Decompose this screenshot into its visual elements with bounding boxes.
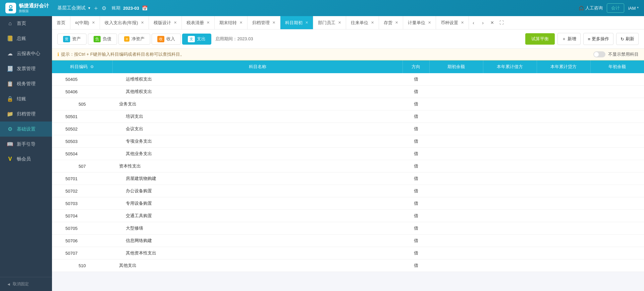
tab-bar: 首页 ¤(中期) ✕ 收入支出表(年报) ✕ 模版设计 ✕ 税表清册 ✕ 期末结… [52, 16, 644, 30]
consult-button[interactable]: 🎧 人工咨询 [579, 5, 603, 11]
tab-period-end[interactable]: 期末结转 ✕ [215, 16, 248, 29]
tab-close-archive[interactable]: ✕ [272, 20, 275, 25]
sidebar-item-archive[interactable]: 📁 归档管理 [0, 106, 52, 122]
cat-tab-expense[interactable]: 支 支出 [182, 34, 211, 45]
cell-code: 507 [52, 160, 112, 173]
tab-annual-report[interactable]: 收入支出表(年报) ✕ [100, 16, 149, 29]
sidebar-item-reports[interactable]: ☁ 云报表中心 [0, 46, 52, 61]
tab-contacts[interactable]: 往来单位 ✕ [346, 16, 379, 29]
cell-year-debit [483, 160, 537, 173]
tab-template[interactable]: 模版设计 ✕ [149, 16, 182, 29]
table-row[interactable]: 510 其他支出 借 [52, 259, 644, 272]
tab-unit[interactable]: 计量单位 ✕ [403, 16, 436, 29]
table-row[interactable]: 50405 运维维权支出 借 [52, 73, 644, 86]
tab-close-currency[interactable]: ✕ [461, 20, 464, 25]
sidebar-item-basic[interactable]: ⚙ 基础设置 [0, 122, 52, 137]
sidebar-item-home[interactable]: ⌂ 首页 [0, 16, 52, 31]
cat-label-asset: 资产 [72, 36, 81, 42]
table-row[interactable]: 50702 办公设备购置 借 [52, 185, 644, 197]
col-header-name: 科目名称 [112, 60, 402, 73]
cell-code: 50501 [52, 110, 112, 123]
sidebar-label-reports: 云报表中心 [17, 51, 40, 57]
table-row[interactable]: 50703 专用设备购置 借 [52, 197, 644, 210]
tab-close-subject[interactable]: ✕ [305, 20, 308, 25]
table-row[interactable]: 50504 其他业务支出 借 [52, 148, 644, 160]
iam-label[interactable]: iAM * [628, 6, 639, 11]
calendar-icon[interactable]: 📅 [142, 5, 148, 11]
tab-archive[interactable]: 归档管理 ✕ [248, 16, 280, 29]
tab-next-button[interactable]: › [478, 16, 488, 29]
cell-year-credit [537, 235, 590, 247]
sidebar-item-close[interactable]: 🔒 结账 [0, 91, 52, 106]
tab-close-annual[interactable]: ✕ [141, 20, 144, 25]
cat-tab-income[interactable]: 收 收入 [152, 34, 181, 45]
table-row[interactable]: 505 业务支出 借 [52, 98, 644, 110]
header-right: 🎧 人工咨询 会计 iAM * [579, 3, 639, 13]
settings-icon[interactable]: ⚙ [102, 5, 106, 11]
table-row[interactable]: 50705 大型修缮 借 [52, 222, 644, 235]
cell-year-debit [483, 148, 537, 160]
more-button[interactable]: ≡ 更多操作 [583, 33, 613, 45]
cancel-pin-button[interactable]: ◄ 取消固定 [0, 277, 52, 291]
toggle-switch-control[interactable] [593, 51, 605, 57]
cell-name: 资本性支出 [112, 160, 402, 173]
table-row[interactable]: 50704 交通工具购置 借 [52, 210, 644, 222]
tab-close-mid[interactable]: ✕ [92, 20, 95, 25]
cell-year-debit [483, 197, 537, 210]
tab-close-inventory[interactable]: ✕ [395, 20, 398, 25]
company-dropdown-icon[interactable]: ▾ [88, 6, 90, 10]
col-settings-icon[interactable]: ⚙ [90, 64, 94, 69]
cat-tab-equity[interactable]: ≡ 净资产 [118, 34, 150, 45]
tab-close-all-button[interactable]: ✕ [488, 16, 497, 29]
tab-mid-period[interactable]: ¤(中期) ✕ [70, 16, 100, 29]
add-workspace-icon[interactable]: ＋ [93, 4, 99, 12]
sidebar-item-ledger[interactable]: 📒 总账 [0, 31, 52, 46]
tab-inventory[interactable]: 存货 ✕ [379, 16, 403, 29]
table-row[interactable]: 50503 专项业务支出 借 [52, 135, 644, 148]
tab-home[interactable]: 首页 [52, 16, 70, 29]
cell-name: 专项业务支出 [112, 135, 402, 148]
tab-close-period-end[interactable]: ✕ [239, 20, 243, 25]
cell-name: 会议支出 [112, 123, 402, 135]
add-button[interactable]: ＋ 新增 [557, 33, 581, 45]
table-row[interactable]: 50501 培训支出 借 [52, 110, 644, 123]
sidebar-item-invoice[interactable]: 🧾 发票管理 [0, 61, 52, 76]
sidebar-item-member[interactable]: V 畅会员 [0, 152, 52, 166]
cell-year-balance [590, 173, 644, 185]
equity-icon: ≡ [124, 36, 129, 42]
cat-tab-liability[interactable]: 负 负债 [88, 34, 117, 45]
tab-subject-initial[interactable]: 科目期初 ✕ [280, 16, 313, 29]
tab-prev-button[interactable]: ‹ [469, 16, 478, 29]
tab-close-unit[interactable]: ✕ [428, 20, 431, 25]
tab-close-tax[interactable]: ✕ [207, 20, 210, 25]
tab-close-template[interactable]: ✕ [174, 20, 177, 25]
table-row[interactable]: 507 资本性支出 借 [52, 160, 644, 173]
sidebar-item-tax[interactable]: 📋 税务管理 [0, 76, 52, 91]
cell-period-balance [429, 222, 483, 235]
cat-tab-asset[interactable]: 资 资产 [57, 34, 87, 45]
tab-currency[interactable]: 币种设置 ✕ [436, 16, 469, 29]
table-row[interactable]: 50707 其他资本性支出 借 [52, 247, 644, 259]
table-row[interactable]: 50502 会议支出 借 [52, 123, 644, 135]
sidebar-item-guide[interactable]: 📖 新手引导 [0, 137, 52, 152]
tab-close-contacts[interactable]: ✕ [371, 20, 374, 25]
category-tabs: 资 资产 负 负债 ≡ 净资产 收 收入 [57, 34, 211, 45]
tab-close-dept[interactable]: ✕ [338, 20, 341, 25]
cell-code: 50701 [52, 173, 112, 185]
table-row[interactable]: 50701 房屋建筑物购建 借 [52, 173, 644, 185]
tab-fullscreen-button[interactable]: ⛶ [497, 16, 506, 29]
archive-icon: 📁 [7, 111, 13, 117]
refresh-button[interactable]: ↻ 刷新 [616, 33, 639, 45]
account-button[interactable]: 会计 [607, 3, 624, 13]
tab-tax-list[interactable]: 税表清册 ✕ [182, 16, 215, 29]
tab-dept-staff[interactable]: 部门员工 ✕ [313, 16, 346, 29]
cell-year-credit [537, 148, 590, 160]
cell-period-balance [429, 197, 483, 210]
table-row[interactable]: 50706 信息网络购建 借 [52, 235, 644, 247]
cell-year-debit [483, 123, 537, 135]
cell-year-credit [537, 197, 590, 210]
table-row[interactable]: 50406 其他维权支出 借 [52, 86, 644, 98]
balance-button[interactable]: 试算平衡 [525, 33, 555, 45]
cell-year-debit [483, 247, 537, 259]
cell-year-debit [483, 73, 537, 86]
